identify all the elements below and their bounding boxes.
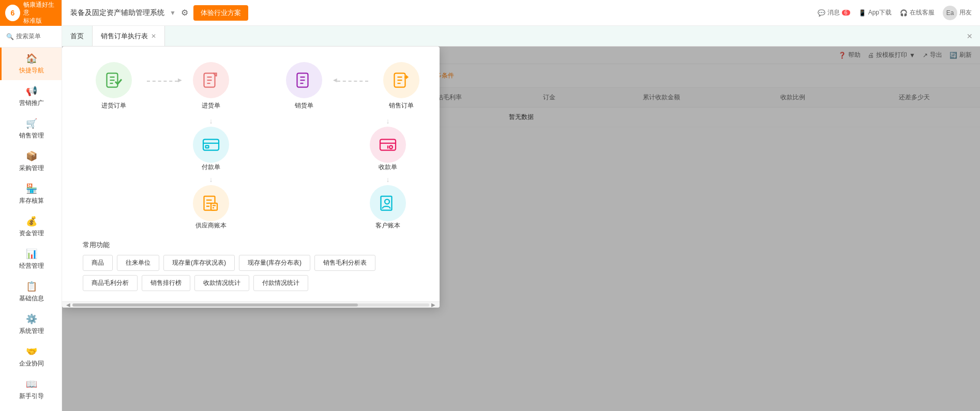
operation-icon: 📊 [26, 248, 37, 260]
tab-sales-order[interactable]: 销售订单执行表 ✕ [93, 26, 165, 46]
modal-content: 进货订单 [62, 47, 440, 301]
btn-sales-margin[interactable]: 销售毛利分析表 [314, 255, 375, 271]
search-menu-button[interactable]: 🔍 搜索菜单 [4, 30, 57, 43]
modal: 进货订单 [62, 47, 440, 308]
supplier-ledger-label: 供应商账本 [195, 221, 227, 230]
logo-icon: 6 [5, 5, 20, 21]
payment-label: 付款单 [202, 163, 220, 172]
sidebar-item-beginner[interactable]: 📖 新手引导 [0, 373, 62, 406]
message-badge: 6 [842, 10, 850, 16]
marketing-icon: 📢 [26, 85, 37, 97]
sidebar-item-inventory[interactable]: 🏪 库存核算 [0, 178, 62, 210]
btn-contacts[interactable]: 往来单位 [117, 255, 159, 271]
inventory-icon: 🏪 [26, 183, 37, 194]
common-buttons-group: 商品 往来单位 现存量(库存状况表) 现存量(库存分布表) 销售毛利分析表 商品… [83, 255, 419, 291]
system-dropdown[interactable]: ▼ [170, 9, 176, 17]
sidebar-item-purchase[interactable]: 📦 采购管理 [0, 145, 62, 178]
dashed-arrow-1 [147, 81, 178, 82]
btn-product[interactable]: 商品 [83, 255, 113, 271]
sidebar-item-system[interactable]: ⚙️ 系统管理 [0, 308, 62, 341]
btn-product-margin[interactable]: 商品毛利分析 [83, 275, 138, 291]
service-icon: 🎧 [900, 9, 908, 17]
modal-scrollbar: ◀ ▶ [62, 301, 440, 308]
top-header: 装备及固定资产辅助管理系统 ▼ ⚙ 体验行业方案 💬 消息 6 📱 App下载 … [62, 0, 980, 26]
scrollbar-thumb[interactable] [72, 303, 358, 307]
svg-rect-17 [203, 140, 219, 150]
customer-ledger-circle[interactable] [370, 185, 406, 221]
sale-order-label: 销售订单 [389, 101, 414, 110]
purchase-bill-label: 进货单 [202, 101, 220, 110]
avatar: Ea [943, 6, 957, 20]
sale-bill-circle[interactable] [286, 62, 322, 98]
message-icon: 💬 [818, 9, 825, 17]
sidebar-search[interactable]: 🔍 搜索菜单 [0, 26, 62, 48]
download-icon: 📱 [858, 9, 866, 17]
supplier-ledger-circle[interactable] [193, 185, 229, 221]
scrollbar-track[interactable] [72, 303, 429, 307]
btn-payment-stats[interactable]: 付款情况统计 [253, 275, 308, 291]
message-button[interactable]: 💬 消息 6 [818, 8, 850, 17]
receipt-circle[interactable] [370, 127, 406, 163]
purchase-order-label: 进货订单 [101, 101, 126, 110]
arrow-purchase-order-to-bill [145, 81, 180, 92]
modal-overlay[interactable]: 进货订单 [62, 47, 980, 411]
logo-text: 畅康通好生意 标准版 [23, 1, 56, 25]
home-icon: 🏠 [26, 53, 37, 64]
settings-icon[interactable]: ⚙ [181, 8, 188, 18]
svg-rect-28 [211, 203, 217, 210]
enterprise-icon: 🤝 [26, 346, 37, 357]
arrow-down-sale-bill: ↓ [386, 117, 390, 125]
sales-icon: 🛒 [26, 118, 37, 129]
user-profile[interactable]: Ea 用友 [943, 6, 972, 20]
scroll-right-btn[interactable]: ▶ [429, 302, 438, 308]
sale-bill-node: 销货单 [273, 62, 335, 110]
svg-rect-19 [206, 146, 209, 148]
system-icon: ⚙️ [26, 313, 37, 325]
system-title: 装备及固定资产辅助管理系统 [70, 8, 164, 18]
common-functions-title: 常用功能 [83, 240, 419, 250]
sidebar-item-marketing[interactable]: 📢 营销推广 [0, 80, 62, 113]
sale-bill-label: 销货单 [295, 101, 313, 110]
app-download-button[interactable]: 📱 App下载 [858, 8, 892, 17]
arrow-down-payment: ↓ [209, 176, 213, 183]
btn-receipt-stats[interactable]: 收款情况统计 [194, 275, 249, 291]
finance-icon: 💰 [26, 216, 37, 227]
basic-info-icon: 📋 [26, 281, 37, 292]
sidebar-item-quick-nav[interactable]: 🏠 快捷导航 [0, 48, 62, 80]
sale-order-circle[interactable] [383, 62, 419, 98]
purchase-icon: 📦 [26, 150, 37, 162]
tab-home[interactable]: 首页 [62, 26, 93, 46]
arrow-down-purchase-bill: ↓ [209, 117, 213, 125]
common-functions: 常用功能 商品 往来单位 现存量(库存状况表) 现存量(库存分布表) 销售毛利分… [83, 240, 419, 291]
search-icon: 🔍 [6, 33, 14, 40]
tabs-bar: 首页 销售订单执行表 ✕ ✕ [62, 26, 980, 47]
btn-inventory-dist[interactable]: 现存量(库存分布表) [239, 255, 310, 271]
purchase-order-node: 进货订单 [83, 62, 145, 110]
purchase-order-circle[interactable] [96, 62, 132, 98]
btn-sales-ranking[interactable]: 销售排行榜 [142, 275, 190, 291]
arrow-down-receipt: ↓ [386, 176, 390, 183]
scroll-left-btn[interactable]: ◀ [64, 302, 72, 308]
payment-circle[interactable] [193, 127, 229, 163]
arrow-sale-order-to-bill: ◀ [335, 81, 370, 92]
customer-ledger-label: 客户账本 [375, 221, 400, 230]
btn-inventory-status[interactable]: 现存量(库存状况表) [163, 255, 235, 271]
sidebar-item-finance[interactable]: 💰 资金管理 [0, 210, 62, 243]
purchase-bill-circle[interactable] [193, 62, 229, 98]
beginner-icon: 📖 [26, 378, 37, 390]
flow-row-1: 进货订单 [83, 62, 419, 110]
sidebar-logo: 6 畅康通好生意 标准版 [0, 0, 62, 26]
receipt-label: 收款单 [379, 163, 397, 172]
main-area: 装备及固定资产辅助管理系统 ▼ ⚙ 体验行业方案 💬 消息 6 📱 App下载 … [62, 0, 980, 411]
sidebar-item-basic-info[interactable]: 📋 基础信息 [0, 276, 62, 308]
sidebar-item-sales[interactable]: 🛒 销售管理 [0, 113, 62, 145]
sidebar-item-enterprise[interactable]: 🤝 企业协同 [0, 341, 62, 373]
tab-close-icon[interactable]: ✕ [151, 33, 156, 40]
sidebar-item-operation[interactable]: 📊 经营管理 [0, 243, 62, 276]
flow-diagram: 进货订单 [83, 62, 419, 230]
close-all-tabs[interactable]: ✕ [959, 26, 980, 46]
online-service-button[interactable]: 🎧 在线客服 [900, 8, 934, 17]
purchase-bill-node: 进货单 [180, 62, 242, 110]
trial-button[interactable]: 体验行业方案 [193, 5, 248, 21]
sale-order-node: 销售订单 [370, 62, 432, 110]
